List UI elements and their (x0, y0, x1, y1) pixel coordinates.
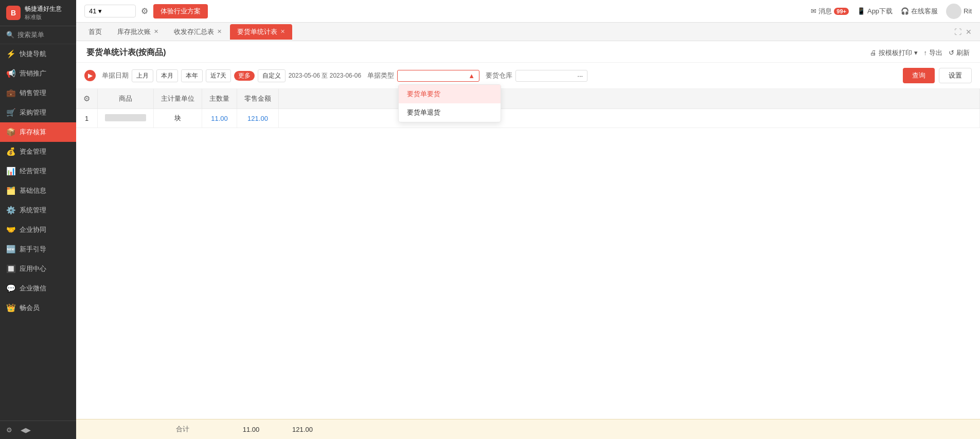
tab-expand-btn[interactable]: ⛶ ✕ (951, 26, 975, 38)
sidebar-item-finance[interactable]: 💰 资金管理 (0, 142, 76, 161)
warehouse-select[interactable]: ··· (515, 70, 587, 82)
trial-btn[interactable]: 体验行业方案 (153, 4, 208, 19)
row-unit: 块 (154, 109, 202, 128)
logo-icon: B (6, 6, 21, 20)
sidebar-item-member[interactable]: 👑 畅会员 (0, 298, 76, 318)
query-btn[interactable]: 查询 (903, 68, 935, 83)
search-icon: 🔍 (6, 31, 14, 39)
data-table: ⚙ 商品 主计量单位 主数量 零售金额 1 (76, 89, 980, 128)
tab-receive-summary[interactable]: 收发存汇总表 ✕ (167, 24, 229, 40)
sidebar-item-appcenter[interactable]: 🔲 应用中心 (0, 259, 76, 279)
close-all-icon: ✕ (966, 28, 972, 36)
enterprise-icon: 🤝 (6, 225, 15, 234)
messages-btn[interactable]: ✉ 消息 99+ (811, 7, 849, 16)
sidebar-item-label: 新手引导 (20, 245, 46, 254)
page-title: 要货单统计表(按商品) (86, 47, 166, 58)
dropdown-item-purchase[interactable]: 要货单要货 (399, 85, 501, 103)
sidebar-item-label: 系统管理 (20, 206, 46, 215)
last7-btn[interactable]: 近7天 (206, 69, 231, 82)
sidebar-nav: ⚡ 快捷导航 📢 营销推广 💼 销售管理 🛒 采购管理 📦 库存核算 💰 资金管… (0, 44, 76, 420)
user-profile[interactable]: Rit (946, 4, 972, 19)
sidebar-item-system[interactable]: ⚙️ 系统管理 (0, 200, 76, 220)
row-num: 1 (76, 109, 98, 128)
operation-icon: 📊 (6, 167, 15, 176)
row-amount[interactable]: 121.00 (237, 109, 279, 128)
sales-icon: 💼 (6, 88, 15, 98)
sidebar-item-marketing[interactable]: 📢 营销推广 (0, 64, 76, 83)
footer-amount: 121.00 (282, 426, 323, 433)
col-settings-icon[interactable]: ⚙ (83, 94, 90, 103)
sidebar-item-inventory[interactable]: 📦 库存核算 (0, 122, 76, 142)
sidebar-bottom: ⚙ ◀▶ (0, 420, 76, 439)
system-icon: ⚙️ (6, 206, 15, 215)
filter-expand-btn[interactable]: ▶ (84, 70, 96, 81)
sidebar-item-enterprise[interactable]: 🤝 企业协同 (0, 220, 76, 240)
appcenter-icon: 🔲 (6, 264, 15, 273)
sidebar-item-label: 销售管理 (20, 88, 46, 98)
col-settings-header[interactable]: ⚙ (76, 89, 98, 109)
col-quantity-header: 主数量 (202, 89, 237, 109)
sidebar-item-purchase[interactable]: 🛒 采购管理 (0, 103, 76, 122)
prev-month-btn[interactable]: 上月 (132, 69, 153, 82)
topbar: 41 ▾ ⚙ 体验行业方案 ✉ 消息 99+ 📱 App下载 🎧 在线客服 R (76, 0, 980, 23)
logo-sub: 标准版 (25, 13, 62, 21)
sidebar-item-basic[interactable]: 🗂️ 基础信息 (0, 181, 76, 200)
headset-icon: 🎧 (901, 7, 909, 15)
warehouse-label: 要货仓库 (486, 71, 512, 80)
custom-date-btn[interactable]: 自定义 (258, 69, 286, 82)
online-service-btn[interactable]: 🎧 在线客服 (901, 7, 938, 16)
logo-text: 畅捷通好生意 标准版 (25, 5, 62, 21)
sidebar-item-label: 营销推广 (20, 69, 46, 78)
dropdown-item-return[interactable]: 要货单退货 (399, 103, 501, 122)
tab-order-label: 要货单统计表 (237, 27, 277, 36)
settings-bottom-btn[interactable]: ⚙ (6, 426, 12, 434)
settings-btn[interactable]: 设置 (939, 68, 972, 83)
table-footer: 合计 11.00 121.00 (76, 419, 980, 439)
sidebar-item-sales[interactable]: 💼 销售管理 (0, 83, 76, 103)
tab-order-summary[interactable]: 要货单统计表 ✕ (230, 24, 292, 40)
topbar-gear-btn[interactable]: ⚙ (141, 6, 148, 16)
type-chevron-up: ▲ (468, 72, 475, 80)
refresh-btn[interactable]: ↺ 刷新 (949, 48, 970, 58)
maximize-icon: ⛶ (954, 28, 961, 36)
sidebar-item-shortcut[interactable]: ⚡ 快捷导航 (0, 44, 76, 64)
messages-label: 消息 (818, 7, 832, 16)
tab-batch-close[interactable]: ✕ (154, 28, 158, 35)
export-icon: ↑ (924, 49, 928, 57)
app-download-btn[interactable]: 📱 App下载 (857, 7, 893, 16)
tab-home-label: 首页 (88, 27, 102, 36)
sidebar-item-guide[interactable]: 🆕 新手引导 (0, 240, 76, 259)
cur-year-btn[interactable]: 本年 (181, 69, 203, 82)
messages-badge: 99+ (834, 8, 849, 15)
online-service-label: 在线客服 (911, 7, 938, 16)
more-date-btn[interactable]: 更多 (234, 71, 255, 81)
sidebar-item-label: 库存核算 (20, 127, 46, 137)
chevron-down-icon: ▾ (98, 7, 102, 15)
sidebar-item-operation[interactable]: 📊 经营管理 (0, 161, 76, 181)
export-btn[interactable]: ↑ 导出 (924, 48, 943, 58)
logo-name: 畅捷通好生意 (25, 5, 62, 13)
tab-batch-account[interactable]: 库存批次账 ✕ (110, 24, 166, 40)
sidebar-item-wecom[interactable]: 💬 企业微信 (0, 279, 76, 298)
tab-order-close[interactable]: ✕ (280, 28, 285, 35)
date-label: 单据日期 (102, 71, 129, 80)
tab-home[interactable]: 首页 (81, 24, 109, 40)
purchase-icon: 🛒 (6, 108, 15, 117)
collapse-btn[interactable]: ◀▶ (21, 426, 31, 434)
cur-month-btn[interactable]: 本月 (156, 69, 178, 82)
export-label: 导出 (929, 48, 942, 58)
avatar (946, 4, 961, 19)
sidebar-item-label: 基础信息 (20, 186, 46, 195)
warehouse-filter-group: 要货仓库 ··· (486, 70, 587, 82)
inventory-icon: 📦 (6, 127, 15, 137)
sidebar: B 畅捷通好生意 标准版 🔍 搜索菜单 ⚡ 快捷导航 📢 营销推广 💼 销售管理… (0, 0, 76, 439)
row-quantity[interactable]: 11.00 (202, 109, 237, 128)
footer-label: 合计 (83, 425, 189, 434)
tab-receive-close[interactable]: ✕ (217, 28, 222, 35)
store-selector[interactable]: 41 ▾ (84, 5, 136, 17)
type-select[interactable]: ▲ (397, 70, 479, 82)
search-menu[interactable]: 🔍 搜索菜单 (0, 26, 76, 44)
type-dropdown: 要货单要货 要货单退货 (398, 84, 501, 122)
print-btn[interactable]: 🖨 按模板打印 ▾ (870, 48, 918, 58)
page-actions: 🖨 按模板打印 ▾ ↑ 导出 ↺ 刷新 (870, 48, 970, 58)
